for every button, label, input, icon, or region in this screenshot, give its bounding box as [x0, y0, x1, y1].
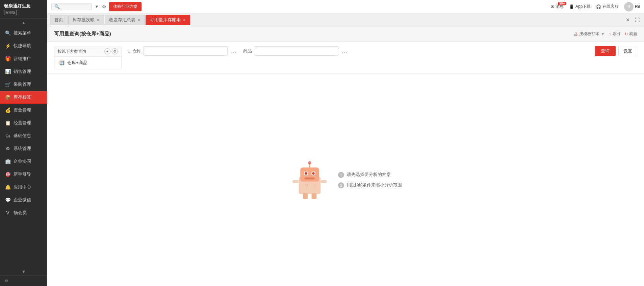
sidebar-item-label: 经营管理	[14, 120, 31, 126]
online-service-button[interactable]: 🎧 在线客服	[596, 4, 619, 9]
tab-available-ledger[interactable]: 可用量库存账本 ✕	[146, 15, 190, 25]
sidebar-item-marketing[interactable]: 🎁 营销推广	[0, 52, 47, 65]
tab-receipt-summary[interactable]: 收发存汇总表 ✕	[105, 15, 145, 25]
service-icon: 🎧	[596, 4, 601, 9]
sidebar-item-sales[interactable]: 📊 销售管理	[0, 65, 47, 78]
export-button[interactable]: ↑ 导出	[609, 31, 620, 37]
tab-batch-ledger[interactable]: 库存批次账 ✕	[68, 15, 104, 25]
svg-rect-9	[292, 180, 299, 183]
print-template-button[interactable]: 🖨 按模板打印 ▼	[574, 31, 605, 37]
username: Rit	[635, 4, 640, 9]
sales-nav-icon: 📊	[5, 69, 11, 75]
svg-rect-12	[311, 193, 316, 199]
message-badge: 99+	[558, 2, 566, 5]
svg-rect-6	[305, 177, 315, 179]
query-button[interactable]: 查询	[595, 46, 616, 56]
sidebar-item-shortcut[interactable]: ⚡ 快捷导航	[0, 40, 47, 52]
collapse-button[interactable]: «	[126, 46, 132, 69]
sidebar-item-apps[interactable]: 🔔 应用中心	[0, 181, 47, 193]
apps-nav-icon: 🔔	[5, 184, 11, 190]
sidebar-item-basic[interactable]: 🗂 基础信息	[0, 129, 47, 142]
goods-input-wrapper: …	[254, 46, 349, 56]
tab-batch-ledger-label: 库存批次账	[73, 17, 95, 23]
topbar-search-box[interactable]: 🔍	[51, 3, 92, 10]
export-icon: ↑	[609, 32, 611, 36]
tab-home[interactable]: 首页	[50, 15, 68, 25]
settings-icon: ⚙	[5, 279, 8, 283]
app-download-icon: 📱	[569, 4, 574, 9]
settings-button[interactable]: 设置	[618, 46, 637, 56]
tab-available-ledger-label: 可用量库存账本	[150, 17, 181, 23]
tab-available-ledger-close[interactable]: ✕	[183, 18, 186, 22]
warehouse-filter: 仓库 …	[132, 46, 238, 56]
sidebar-item-label: 库存核算	[14, 94, 31, 100]
vip-nav-icon: V	[5, 210, 11, 216]
sidebar-item-label: 应用中心	[14, 184, 31, 190]
sidebar-item-label: 采购管理	[14, 81, 31, 87]
app-name: 畅康通好生意	[4, 3, 43, 9]
app-download-button[interactable]: 📱 App下载	[569, 4, 591, 9]
sidebar-bottom[interactable]: ⚙	[0, 276, 47, 286]
inventory-nav-icon: 📦	[5, 94, 11, 100]
tip-number-2: 2	[338, 182, 344, 188]
trial-industry-button[interactable]: 体验行业方案	[109, 2, 141, 11]
message-button[interactable]: ✉ 消息 99+	[551, 4, 564, 9]
dropdown-arrow-icon: ▼	[601, 32, 605, 36]
sidebar-item-cooperation[interactable]: 🏢 企业协同	[0, 155, 47, 168]
tab-batch-ledger-close[interactable]: ✕	[97, 18, 100, 22]
goods-more-btn[interactable]: …	[342, 48, 347, 54]
sidebar-item-label: 企业协同	[14, 158, 31, 164]
search-input[interactable]	[61, 4, 88, 9]
scheme-header-actions: + ⚙	[104, 48, 118, 54]
tab-maximize-btn[interactable]: ⛶	[633, 16, 641, 24]
tip-number-1: 1	[338, 172, 344, 178]
filter-row: 仓库 … 商品	[132, 46, 637, 56]
guide-nav-icon: 🎯	[5, 171, 11, 177]
svg-point-4	[305, 172, 307, 174]
sidebar-item-finance[interactable]: 💰 资金管理	[0, 104, 47, 116]
sidebar-item-guide[interactable]: 🎯 新手引导	[0, 168, 47, 181]
sidebar-scroll-down[interactable]: ▼	[0, 268, 47, 276]
sidebar-item-inventory[interactable]: 📦 库存核算	[0, 91, 47, 104]
query-area: 按以下方案查询 + ⚙ 🔄 仓库+商品 «	[47, 42, 644, 74]
sidebar-item-label: 系统管理	[14, 146, 31, 152]
sidebar-item-vip[interactable]: V 畅会员	[0, 206, 47, 219]
svg-point-8	[308, 161, 311, 164]
content-area: 可用量查询(按仓库+商品) 🖨 按模板打印 ▼ ↑ 导出 ↻ 刷新	[47, 26, 644, 286]
goods-filter: 商品 …	[243, 46, 349, 56]
add-scheme-button[interactable]: +	[104, 48, 110, 54]
sidebar-scroll-up[interactable]: ▲	[0, 19, 47, 27]
purchase-nav-icon: 🛒	[5, 81, 11, 87]
sidebar-item-label: 快捷导航	[14, 43, 31, 49]
topbar-right: ✉ 消息 99+ 📱 App下载 🎧 在线客服 R Rit	[551, 2, 640, 11]
refresh-button[interactable]: ↻ 刷新	[624, 31, 637, 37]
topbar-settings-icon[interactable]: ⚙	[102, 3, 106, 10]
finance-nav-icon: 💰	[5, 107, 11, 113]
message-icon: ✉	[551, 4, 554, 9]
sidebar-header: 畅康通好生意 标准版	[0, 0, 47, 19]
scheme-item-label: 仓库+商品	[67, 60, 87, 66]
shortcut-nav-icon: ⚡	[5, 43, 11, 49]
app-version: 标准版	[4, 10, 17, 15]
sidebar-item-purchase[interactable]: 🛒 采购管理	[0, 78, 47, 91]
sidebar-item-wechat[interactable]: 💬 企业微信	[0, 193, 47, 206]
sidebar-item-label: 资金管理	[14, 107, 31, 113]
tab-close-window-btn[interactable]: ✕	[624, 16, 632, 24]
search-nav-icon: 🔍	[5, 30, 11, 36]
topbar-dropdown-icon[interactable]: ▼	[95, 4, 99, 9]
settings-scheme-button[interactable]: ⚙	[112, 48, 118, 54]
warehouse-input[interactable]	[143, 46, 228, 56]
warehouse-more-btn[interactable]: …	[231, 48, 236, 54]
operation-nav-icon: 📋	[5, 120, 11, 126]
sidebar-item-system[interactable]: ⚙ 系统管理	[0, 142, 47, 155]
tab-receipt-summary-close[interactable]: ✕	[137, 18, 140, 22]
scheme-item-warehouse-goods[interactable]: 🔄 仓库+商品	[54, 57, 121, 69]
sidebar-item-operation[interactable]: 📋 经营管理	[0, 116, 47, 129]
sidebar-item-search[interactable]: 🔍 搜索菜单	[0, 27, 47, 40]
sidebar-item-label: 搜索菜单	[14, 30, 31, 36]
tabs-bar: 首页 库存批次账 ✕ 收发存汇总表 ✕ 可用量库存账本 ✕ ✕ ⛶	[47, 14, 644, 26]
user-profile[interactable]: R Rit	[624, 2, 640, 11]
svg-text:?: ?	[313, 183, 315, 188]
svg-text:?: ?	[305, 183, 308, 189]
goods-input[interactable]	[254, 46, 338, 56]
